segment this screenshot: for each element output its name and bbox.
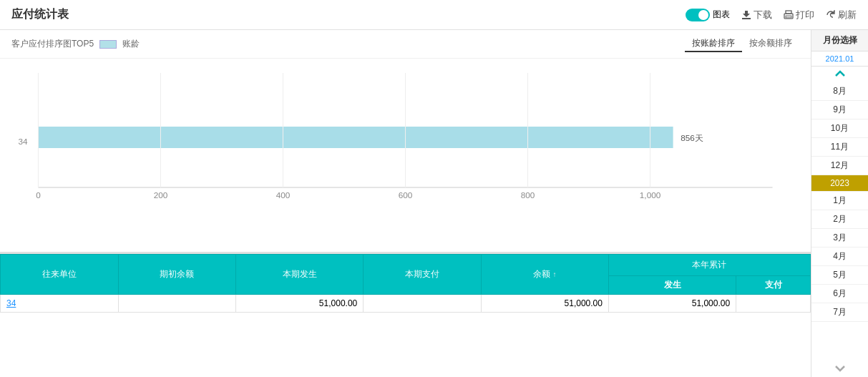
svg-text:400: 400: [276, 191, 291, 200]
table-wrapper: 往来单位 期初余额 本期发生 本期支付 余额 ↑ 本年累计: [0, 254, 811, 313]
unit-link[interactable]: 34: [6, 298, 16, 308]
col-balance-header: 余额 ↑: [481, 255, 608, 295]
toggle-switch-icon[interactable]: [686, 9, 710, 21]
header: 应付统计表 图表 下载 打印 刷新: [0, 0, 868, 30]
chart-sort-buttons: 按账龄排序 按余额排序: [685, 36, 799, 52]
svg-text:34: 34: [19, 137, 28, 146]
sidebar-month-11[interactable]: 11月: [811, 138, 868, 157]
sidebar-months: 8月 9月 10月 11月 12月 2023 1月 2月 3月 4月 5月 6月…: [811, 82, 868, 361]
col-year-pay-header: 支付: [736, 276, 811, 295]
svg-text:0: 0: [36, 191, 41, 200]
col-opening-header: 期初余额: [118, 255, 236, 295]
col-unit-header: 往来单位: [1, 255, 119, 295]
sidebar-down-button[interactable]: [811, 361, 868, 377]
print-label: 打印: [796, 9, 814, 21]
col-pay-header: 本期支付: [364, 255, 482, 295]
cell-unit: 34: [1, 295, 119, 313]
sidebar-title: 月份选择: [811, 30, 868, 52]
sidebar-up-button[interactable]: [811, 67, 868, 82]
sidebar-month-4[interactable]: 4月: [811, 248, 868, 266]
sidebar-month-7[interactable]: 7月: [811, 303, 868, 322]
sidebar-month-2[interactable]: 2月: [811, 210, 868, 229]
legend-box: [99, 40, 117, 49]
download-icon: [741, 10, 751, 20]
main-content: 客户应付排序图TOP5 账龄 按账龄排序 按余额排序 34 856天: [0, 30, 868, 377]
cell-opening: [118, 295, 236, 313]
sort-by-balance-button[interactable]: 按余额排序: [742, 36, 799, 52]
chart-legend-box-label: 账龄: [122, 38, 140, 50]
col-occur-header: 本期发生: [236, 255, 364, 295]
chevron-up-icon: [834, 70, 846, 77]
col-year-occur-header: 发生: [608, 276, 736, 295]
svg-rect-2: [786, 11, 791, 14]
download-label: 下载: [754, 9, 772, 21]
chart-header: 客户应付排序图TOP5 账龄 按账龄排序 按余额排序: [0, 30, 811, 59]
sidebar-month-8[interactable]: 8月: [811, 82, 868, 101]
print-button[interactable]: 打印: [784, 9, 814, 21]
sidebar-month-6[interactable]: 6月: [811, 285, 868, 303]
cell-occur: 51,000.00: [236, 295, 364, 313]
sidebar-month-10[interactable]: 10月: [811, 119, 868, 138]
svg-rect-5: [38, 127, 673, 148]
sidebar-month-1[interactable]: 1月: [811, 192, 868, 210]
cell-balance: 51,000.00: [481, 295, 608, 313]
chevron-down-icon: [834, 365, 846, 372]
sidebar: 月份选择 2021.01 8月 9月 10月 11月 12月 2023 1月 2…: [811, 30, 868, 377]
table-row: 34 51,000.00 51,000.00 51,000.00: [1, 295, 811, 313]
app-container: 应付统计表 图表 下载 打印 刷新: [0, 0, 868, 377]
svg-rect-0: [742, 18, 751, 19]
sidebar-year-marker: 2023: [811, 175, 868, 192]
table-section: 往来单位 期初余额 本期发生 本期支付 余额 ↑ 本年累计: [0, 252, 811, 313]
chart-legend-label: 客户应付排序图TOP5: [11, 38, 94, 50]
download-button[interactable]: 下载: [741, 9, 772, 21]
refresh-button[interactable]: 刷新: [826, 9, 857, 21]
sidebar-month-12[interactable]: 12月: [811, 157, 868, 175]
refresh-icon: [826, 10, 836, 20]
cell-year-pay: [736, 295, 811, 313]
svg-text:200: 200: [154, 191, 168, 200]
table-header-row: 往来单位 期初余额 本期发生 本期支付 余额 ↑ 本年累计: [1, 255, 811, 276]
sidebar-month-9[interactable]: 9月: [811, 101, 868, 119]
chart-toggle-label: 图表: [713, 9, 730, 21]
sidebar-month-5[interactable]: 5月: [811, 266, 868, 285]
svg-text:600: 600: [399, 191, 413, 200]
svg-text:856天: 856天: [681, 134, 703, 142]
chart-toggle[interactable]: 图表: [686, 9, 730, 21]
print-icon: [784, 10, 794, 20]
sidebar-year-button[interactable]: 2021.01: [811, 52, 868, 67]
chart-legend: 客户应付排序图TOP5 账龄: [11, 38, 140, 50]
data-table: 往来单位 期初余额 本期发生 本期支付 余额 ↑ 本年累计: [0, 254, 811, 313]
refresh-label: 刷新: [838, 9, 857, 21]
svg-text:1,000: 1,000: [640, 191, 660, 200]
svg-rect-3: [786, 16, 791, 18]
sidebar-month-3[interactable]: 3月: [811, 229, 868, 248]
svg-text:800: 800: [521, 191, 535, 200]
page-title: 应付统计表: [11, 7, 69, 22]
cell-pay: [364, 295, 482, 313]
header-actions: 图表 下载 打印 刷新: [686, 9, 857, 21]
chart-area: 34 856天 0 200 400 600 800 1,000: [0, 59, 811, 252]
bar-chart-svg: 34 856天 0 200 400 600 800 1,000: [0, 59, 811, 230]
chart-section: 客户应付排序图TOP5 账龄 按账龄排序 按余额排序 34 856天: [0, 30, 811, 377]
sort-by-age-button[interactable]: 按账龄排序: [685, 36, 742, 52]
col-year-header: 本年累计: [608, 255, 810, 276]
cell-year-occur: 51,000.00: [608, 295, 736, 313]
